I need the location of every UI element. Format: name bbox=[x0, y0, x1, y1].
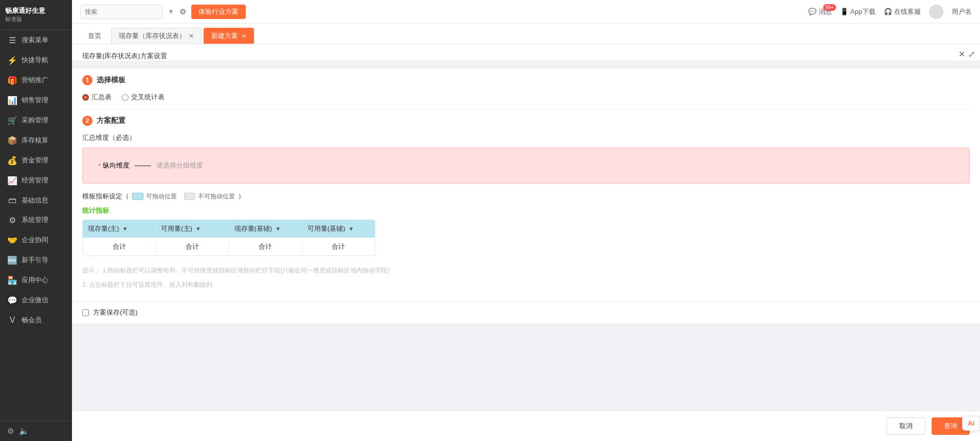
indicator-section: 模板指标设定（ 可拖动位置 不可拖动位置 ） 统计指标 bbox=[82, 192, 970, 256]
dropdown-arrow-icon[interactable]: ▼ bbox=[168, 8, 174, 15]
expand-panel-button[interactable]: ⤢ bbox=[968, 49, 975, 59]
sidebar-item-8[interactable]: 🗃基础信息 bbox=[0, 191, 72, 210]
sidebar-label-14: 畅会员 bbox=[22, 316, 42, 325]
sidebar-label-6: 资金管理 bbox=[22, 156, 48, 165]
sidebar-icon-7: 📈 bbox=[7, 176, 17, 186]
sidebar-item-10[interactable]: 🤝企业协同 bbox=[0, 230, 72, 250]
sidebar-label-4: 采购管理 bbox=[22, 116, 48, 125]
sidebar-icon-8: 🗃 bbox=[7, 196, 17, 205]
gear-icon[interactable]: ⚙ bbox=[179, 7, 186, 16]
tabs-bar: 首页 现存量（库存状况表） ✕ 新建方案 ✕ bbox=[72, 24, 980, 44]
step1-section: 1 选择模板 汇总表 交叉统计表 2 方案配置 汇总维度（必选） bbox=[72, 69, 980, 301]
dim-placeholder[interactable]: 请选择分组维度 bbox=[156, 161, 203, 170]
tip-2: 2. 点击标题栏下拉可设置排序、插入列和删除列 bbox=[82, 279, 970, 291]
sidebar-label-7: 经营管理 bbox=[22, 176, 48, 185]
legend-draggable: 可拖动位置 bbox=[132, 192, 177, 201]
sidebar-item-5[interactable]: 📦库存核算 bbox=[0, 131, 72, 151]
sidebar-icon-12: 🏪 bbox=[7, 275, 17, 285]
step2-header: 2 方案配置 bbox=[82, 116, 970, 126]
service-icon: 🎧 bbox=[884, 8, 892, 15]
col-chevron-2[interactable]: ▼ bbox=[275, 226, 281, 232]
sidebar-icon-5: 📦 bbox=[7, 136, 17, 145]
volume-icon[interactable]: 🔈 bbox=[19, 427, 29, 436]
page-title: 现存量(库存状况表)方案设置 bbox=[82, 51, 970, 61]
content-area: 现存量(库存状况表)方案设置 ✕ ⤢ 1 选择模板 汇总表 交叉统计表 bbox=[72, 44, 980, 411]
step1-header: 1 选择模板 bbox=[82, 75, 970, 85]
tab-home[interactable]: 首页 bbox=[80, 28, 109, 44]
sidebar-footer: ⚙ 🔈 bbox=[0, 421, 72, 441]
radio-cross-label: 交叉统计表 bbox=[131, 93, 165, 102]
dim-required-mark: * bbox=[98, 162, 101, 170]
col-label-3: 可用量(基辅) bbox=[307, 224, 346, 233]
online-service-btn[interactable]: 🎧 在线客服 bbox=[884, 7, 921, 16]
radio-cross[interactable]: 交叉统计表 bbox=[122, 93, 165, 102]
close-panel-button[interactable]: ✕ bbox=[958, 49, 965, 59]
sidebar-icon-4: 🛒 bbox=[7, 116, 17, 125]
sidebar-item-12[interactable]: 🏪应用中心 bbox=[0, 270, 72, 290]
legend-draggable-box bbox=[132, 193, 143, 200]
stats-header-1: 可用量(主)▼ bbox=[156, 220, 229, 237]
message-icon: 💬 bbox=[808, 8, 816, 15]
stats-table: 现存量(主)▼可用量(主)▼现存量(基辅)▼可用量(基辅)▼ 合计合计合计合计 bbox=[82, 219, 375, 256]
save-checkbox[interactable] bbox=[82, 309, 89, 316]
search-input[interactable] bbox=[80, 5, 162, 19]
sidebar-icon-0: ☰ bbox=[7, 35, 17, 45]
sidebar-icon-1: ⚡ bbox=[7, 56, 17, 65]
sidebar-label-11: 新手引导 bbox=[22, 255, 48, 265]
stats-data-0: 合计 bbox=[83, 237, 156, 255]
sidebar-icon-3: 📊 bbox=[7, 96, 17, 105]
stats-header-3: 可用量(基辅)▼ bbox=[302, 220, 375, 237]
step1-badge: 1 bbox=[82, 75, 93, 85]
sidebar-label-8: 基础信息 bbox=[22, 196, 48, 205]
col-chevron-1[interactable]: ▼ bbox=[195, 226, 201, 232]
save-label: 方案保存(可选) bbox=[93, 308, 138, 317]
panel-controls: ✕ ⤢ bbox=[958, 49, 975, 59]
message-btn[interactable]: 💬 消息 99+ bbox=[808, 7, 832, 16]
tab-inventory[interactable]: 现存量（库存状况表） ✕ bbox=[111, 28, 202, 44]
col-chevron-0[interactable]: ▼ bbox=[122, 226, 128, 232]
tip-1: 提示： 1.拖动标题栏可以调整布局，不可跨维度或指标区域拖动栏目字段(只能在同一… bbox=[82, 264, 970, 277]
radio-summary-input[interactable] bbox=[82, 94, 89, 101]
save-option-section: 方案保存(可选) bbox=[72, 301, 980, 323]
template-radio-group: 汇总表 交叉统计表 bbox=[82, 93, 970, 102]
settings-icon[interactable]: ⚙ bbox=[7, 427, 14, 436]
sidebar-icon-14: V bbox=[7, 316, 17, 325]
sidebar-item-0[interactable]: ☰搜索菜单 bbox=[0, 30, 72, 50]
tab-inventory-label: 现存量（库存状况表） bbox=[119, 31, 186, 41]
stats-data-1: 合计 bbox=[156, 237, 229, 255]
sidebar-item-4[interactable]: 🛒采购管理 bbox=[0, 111, 72, 131]
dim-arrow: —— bbox=[135, 161, 151, 170]
username: 用户名 bbox=[952, 7, 972, 16]
avatar[interactable] bbox=[929, 5, 943, 19]
tab-inventory-close-icon[interactable]: ✕ bbox=[189, 32, 194, 40]
step2-badge: 2 bbox=[82, 116, 93, 126]
cancel-button[interactable]: 取消 bbox=[886, 417, 925, 435]
sidebar-item-2[interactable]: 🎁营销推广 bbox=[0, 70, 72, 90]
sidebar-item-6[interactable]: 💰资金管理 bbox=[0, 151, 72, 171]
radio-cross-input[interactable] bbox=[122, 94, 129, 101]
sidebar-item-3[interactable]: 📊销售管理 bbox=[0, 90, 72, 111]
sidebar-item-1[interactable]: ⚡快捷导航 bbox=[0, 50, 72, 70]
tab-new-plan[interactable]: 新建方案 ✕ bbox=[204, 28, 254, 44]
ai-badge[interactable]: Ai bbox=[962, 416, 980, 431]
sidebar-item-7[interactable]: 📈经营管理 bbox=[0, 171, 72, 191]
step1-title: 选择模板 bbox=[97, 76, 125, 85]
radio-summary[interactable]: 汇总表 bbox=[82, 93, 112, 102]
online-service-label: 在线客服 bbox=[894, 7, 921, 16]
tab-new-plan-close-icon[interactable]: ✕ bbox=[241, 32, 246, 40]
indicator-label-close: ） bbox=[238, 192, 245, 201]
stats-header-0: 现存量(主)▼ bbox=[83, 220, 156, 237]
sidebar-label-3: 销售管理 bbox=[22, 96, 48, 105]
col-chevron-3[interactable]: ▼ bbox=[348, 226, 354, 232]
sidebar-item-14[interactable]: V畅会员 bbox=[0, 310, 72, 330]
sidebar-item-13[interactable]: 💬企业微信 bbox=[0, 290, 72, 310]
sidebar-item-9[interactable]: ⚙系统管理 bbox=[0, 210, 72, 230]
tab-new-plan-label: 新建方案 bbox=[211, 31, 238, 41]
app-download-btn[interactable]: 📱 App下载 bbox=[840, 7, 876, 16]
radio-summary-label: 汇总表 bbox=[92, 93, 112, 102]
sidebar-icon-9: ⚙ bbox=[7, 215, 17, 225]
sidebar-item-11[interactable]: 🆕新手引导 bbox=[0, 250, 72, 270]
app-name: 畅康通好生意 bbox=[5, 6, 67, 15]
experience-button[interactable]: 体验行业方案 bbox=[191, 5, 246, 19]
indicator-label-text: 模板指标设定（ bbox=[82, 192, 129, 201]
